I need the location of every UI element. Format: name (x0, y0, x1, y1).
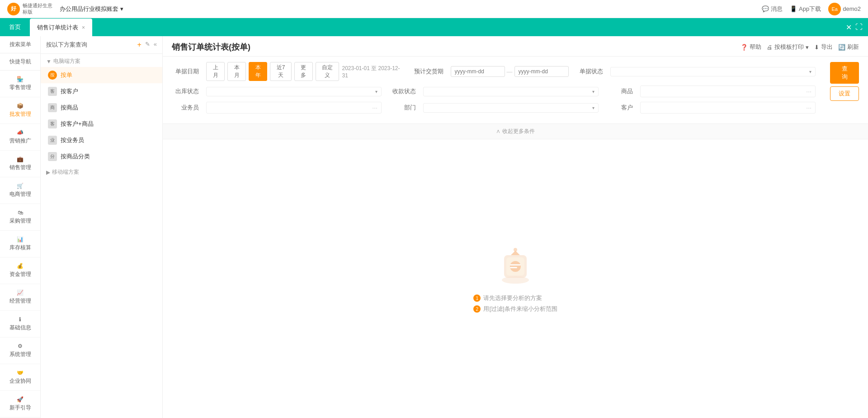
maximize-icon[interactable]: ⛶ (855, 23, 863, 31)
sidebar-quick-nav[interactable]: 快捷导航 (0, 53, 40, 71)
purchase-icon: 🛍 (18, 209, 23, 216)
retail-icon: 🏪 (17, 76, 24, 82)
tab-close-icon[interactable]: × (82, 24, 85, 31)
main-layout: 搜索菜单 快捷导航 🏪 零售管理 📦 批发管理 📣 营销推广 💼 销售管理 🛒 … (0, 36, 868, 418)
svg-point-7 (514, 248, 517, 252)
scheme-icon-goods: 商 (48, 103, 57, 112)
custom-btn[interactable]: 自定义 (316, 62, 340, 81)
user-profile[interactable]: Ea demo2 (828, 3, 861, 15)
expected-date-end[interactable] (514, 66, 569, 77)
ship-status-arrow[interactable]: ▾ (375, 89, 377, 94)
page-title: 销售订单统计表(按单) (172, 42, 250, 52)
scheme-item-by-salesperson[interactable]: 业 按业务员 (41, 132, 162, 148)
top-bar-right: 💬 消息 📱 App下载 Ea demo2 (762, 3, 861, 15)
sidebar-item-basic-info[interactable]: ℹ 基础信息 (0, 311, 40, 337)
edit-scheme-button[interactable]: ✎ (145, 41, 150, 49)
scheme-item-by-goods[interactable]: 商 按商品 (41, 100, 162, 116)
avatar: Ea (828, 3, 841, 15)
scheme-icon-category: 分 (48, 152, 57, 161)
logo-area: 好 畅捷通好生意 标版 (7, 3, 52, 15)
data-area: 1 请先选择要分析的方案 2 用[过滤]条件来缩小分析范围 (163, 139, 868, 418)
company-select[interactable]: 办公用品行业模拟账套 ▾ (56, 5, 127, 13)
ecommerce-icon: 🛒 (17, 183, 24, 189)
scheme-item-by-category[interactable]: 分 按商品分类 (41, 148, 162, 165)
query-button[interactable]: 查询 (830, 62, 859, 84)
app-icon: 📱 (790, 5, 797, 12)
content-with-left: 按以下方案查询 + ✎ « ▼ 电脑端方案 按 按单 客 按客户 商 (41, 36, 868, 418)
window-close-icon[interactable]: ✕ (846, 23, 852, 32)
sidebar-search[interactable]: 搜索菜单 (0, 36, 40, 53)
tip-item-2: 2 用[过滤]条件来缩小分析范围 (473, 305, 557, 313)
customer-dots[interactable]: ··· (806, 104, 811, 111)
svg-rect-5 (510, 267, 517, 268)
this-month-btn[interactable]: 本月 (227, 62, 246, 81)
template-print-button[interactable]: 🖨 按模板打印 ▾ (767, 43, 809, 51)
payment-status-arrow[interactable]: ▾ (592, 89, 594, 94)
sidebar-item-sales[interactable]: 💼 销售管理 (0, 151, 40, 177)
tab-active[interactable]: 销售订单统计表 × (30, 19, 92, 37)
help-icon: ❓ (741, 44, 748, 51)
salesperson-dots[interactable]: ··· (372, 104, 377, 111)
scheme-item-by-customer[interactable]: 客 按客户 (41, 83, 162, 100)
svg-point-3 (510, 261, 521, 272)
sidebar-item-finance[interactable]: 💰 资金管理 (0, 257, 40, 284)
add-scheme-button[interactable]: + (137, 41, 141, 49)
goods-control: ··· (640, 86, 816, 97)
finance-icon: 💰 (17, 263, 24, 269)
export-button[interactable]: ⬇ 导出 (814, 43, 833, 51)
last-month-btn[interactable]: 上月 (206, 62, 225, 81)
sidebar-item-operations[interactable]: 📈 经营管理 (0, 284, 40, 311)
sidebar-item-wholesale[interactable]: 📦 批发管理 (0, 97, 40, 124)
operations-icon: 📈 (17, 290, 24, 296)
refresh-button[interactable]: 🔄 刷新 (838, 43, 859, 51)
sidebar-item-retail[interactable]: 🏪 零售管理 (0, 71, 40, 97)
filter-right-actions: 查询 设置 (830, 62, 859, 101)
goods-dots[interactable]: ··· (806, 88, 811, 95)
arrow-icon: ▼ (46, 58, 52, 65)
quick-nav-label[interactable]: 快捷导航 (4, 58, 37, 66)
top-bar: 好 畅捷通好生意 标版 办公用品行业模拟账套 ▾ 💬 消息 📱 App下载 Ea… (0, 0, 868, 18)
this-year-btn[interactable]: 本年 (249, 62, 267, 81)
chevron-down-icon: ▾ (120, 5, 123, 12)
scheme-item-by-customer-goods[interactable]: 客 按客户+商品 (41, 116, 162, 132)
department-arrow[interactable]: ▾ (592, 105, 594, 110)
wholesale-icon: 📦 (17, 103, 24, 109)
last-7-days-btn[interactable]: 近7天 (270, 62, 292, 81)
scheme-item-by-order[interactable]: 按 按单 (41, 67, 162, 83)
svg-rect-4 (510, 264, 521, 266)
mobile-arrow-icon: ▶ (46, 169, 50, 176)
sidebar-item-marketing[interactable]: 📣 营销推广 (0, 124, 40, 151)
app-download-link[interactable]: 📱 App下载 (790, 5, 821, 13)
help-button[interactable]: ❓ 帮助 (741, 43, 761, 51)
collab-icon: 🤝 (17, 370, 24, 376)
goods-label: 商品 (606, 87, 633, 95)
left-panel-header: 按以下方案查询 + ✎ « (41, 36, 162, 54)
empty-tips: 1 请先选择要分析的方案 2 用[过滤]条件来缩小分析范围 (473, 294, 557, 313)
print-icon: 🖨 (767, 44, 773, 51)
tab-home[interactable]: 首页 (0, 18, 30, 36)
left-panel: 按以下方案查询 + ✎ « ▼ 电脑端方案 按 按单 客 按客户 商 (41, 36, 163, 418)
search-menu-label[interactable]: 搜索菜单 (4, 41, 37, 48)
sidebar-item-newbie[interactable]: 🚀 新手引导 (0, 391, 40, 418)
logo-icon: 好 (7, 3, 20, 15)
payment-status-control: ▾ (423, 87, 599, 96)
message-icon: 💬 (762, 5, 769, 12)
expected-date-label: 预计交货期 (411, 67, 443, 76)
payment-status-label: 收款状态 (389, 87, 416, 95)
sidebar-item-ecommerce[interactable]: 🛒 电商管理 (0, 177, 40, 204)
sidebar-item-inventory[interactable]: 📊 库存核算 (0, 231, 40, 257)
bill-status-arrow[interactable]: ▾ (809, 69, 811, 74)
sidebar-item-purchase[interactable]: 🛍 采购管理 (0, 204, 40, 231)
more-btn[interactable]: 更多 (294, 62, 313, 81)
empty-illustration (493, 242, 538, 287)
collapse-bar[interactable]: ∧ 收起更多条件 (163, 124, 868, 139)
settings-button[interactable]: 设置 (830, 86, 859, 101)
sidebar-item-collab[interactable]: 🤝 企业协同 (0, 364, 40, 391)
expected-date-start[interactable] (451, 66, 505, 77)
export-icon: ⬇ (814, 44, 819, 51)
refresh-icon: 🔄 (838, 44, 845, 51)
message-link[interactable]: 💬 消息 (762, 5, 783, 13)
sidebar-item-system[interactable]: ⚙ 系统管理 (0, 337, 40, 364)
collapse-panel-button[interactable]: « (154, 41, 157, 49)
pc-section-title: ▼ 电脑端方案 (41, 54, 162, 67)
